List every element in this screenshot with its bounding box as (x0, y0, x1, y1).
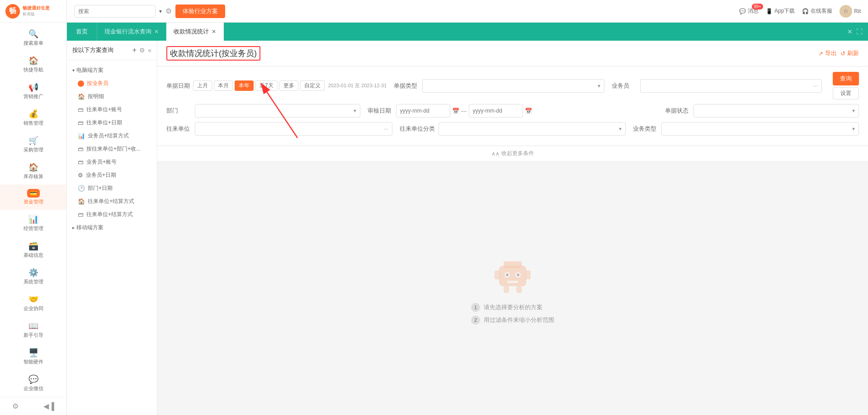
scheme-item-unit-account[interactable]: 🗃 往来单位+账号 (67, 103, 157, 116)
svg-point-5 (506, 274, 509, 276)
online-service-icon: 🎧 (802, 8, 809, 14)
doc-status-dropdown-icon: ▾ (852, 108, 855, 114)
date-btn-more[interactable]: 更多 (279, 80, 298, 91)
sidebar: 畅 畅捷通好生意 标准版 🔍 搜索菜单 🏠 快捷导航 📢 营销推广 💰 销售管理 (0, 0, 67, 415)
search-input[interactable] (74, 5, 156, 18)
tab-receipt-stats-close-icon[interactable]: ✕ (212, 28, 216, 35)
message-item[interactable]: 💬 消息 99+ (739, 7, 759, 15)
sidebar-item-search-menu[interactable]: 🔍 搜索菜单 (0, 24, 66, 51)
sidebar-item-hardware[interactable]: 🖥️ 智能硬件 (0, 343, 66, 370)
refresh-button[interactable]: ↺ 刷新 (840, 49, 859, 57)
sidebar-item-enterprise[interactable]: 🤝 企业协同 (0, 290, 66, 316)
avatar: R (840, 5, 852, 18)
scheme-item-unit-date[interactable]: 🗃 往来单位+日期 (67, 116, 157, 129)
gear-icon[interactable]: ⚙ (165, 7, 172, 15)
counterpart-category-select[interactable]: ▾ (439, 122, 626, 136)
tab-bank-flow-label: 现金银行流水查询 (104, 28, 151, 36)
user-item[interactable]: R Rit (840, 5, 861, 18)
scheme-item-unit-settlement2[interactable]: 🗃 往来单位+结算方式 (67, 208, 157, 221)
scheme-item-salesperson-account[interactable]: 🗃 业务员+账号 (67, 156, 157, 169)
date-btn-7days[interactable]: 近7天 (255, 80, 278, 91)
unit-settlement1-icon: 🏠 (78, 198, 85, 205)
biz-type-field: 业务类型 ▾ (633, 122, 859, 136)
scheme-item-salesperson-settlement[interactable]: 📊 业务员+结算方式 (67, 129, 157, 142)
export-button[interactable]: ↗ 导出 (818, 49, 837, 57)
sidebar-item-sales[interactable]: 💰 销售管理 (0, 104, 66, 131)
step-1-number: 1 (471, 303, 480, 312)
tab-receipt-stats-label: 收款情况统计 (174, 28, 209, 36)
panel-add-icon[interactable]: + (132, 46, 137, 54)
scheme-group-desktop-header[interactable]: ▾ 电脑端方案 (67, 64, 157, 77)
review-date-end-input[interactable] (469, 104, 523, 118)
svg-rect-10 (504, 286, 509, 293)
tab-bank-flow-close-icon[interactable]: ✕ (154, 28, 159, 35)
scheme-group-mobile: ▸ 移动端方案 (67, 221, 157, 234)
sidebar-nav: 🔍 搜索菜单 🏠 快捷导航 📢 营销推广 💰 销售管理 🛒 采购管理 🏠 (0, 23, 66, 397)
doc-status-select[interactable]: ▾ (693, 104, 859, 118)
sidebar-item-guide[interactable]: 📖 新手引导 (0, 316, 66, 343)
unit-account-icon: 🗃 (78, 106, 84, 113)
tab-bank-flow[interactable]: 现金银行流水查询 ✕ (97, 23, 166, 41)
settings-button[interactable]: 设置 (833, 87, 859, 99)
sidebar-item-inventory[interactable]: 🏠 库存核算 (0, 158, 66, 184)
app-download-item[interactable]: 📱 App下载 (766, 7, 795, 15)
scheme-group-mobile-header[interactable]: ▸ 移动端方案 (67, 221, 157, 234)
unit-date-icon: 🗃 (78, 119, 84, 126)
tab-receipt-stats[interactable]: 收款情况统计 ✕ (166, 23, 224, 41)
scheme-item-by-salesperson[interactable]: 按业务员 (67, 77, 157, 90)
counterpart-category-label: 往来单位分类 (400, 125, 435, 133)
marketing-icon: 📢 (28, 82, 38, 92)
scheme-item-unit-dept-receipt[interactable]: 🗃 按往来单位+部门+收... (67, 142, 157, 156)
dropdown-arrow-icon[interactable]: ▾ (159, 8, 162, 14)
scheme-item-by-detail[interactable]: 🏠 按明细 (67, 90, 157, 103)
app-download-label: App下载 (774, 7, 795, 15)
sidebar-item-purchase[interactable]: 🛒 采购管理 (0, 131, 66, 158)
sidebar-footer: ⚙ ◀▐ (0, 397, 66, 415)
user-name: Rit (854, 8, 861, 14)
salesperson-more-icon[interactable]: ··· (813, 83, 818, 89)
svg-point-0 (79, 81, 83, 86)
footer-settings-icon[interactable]: ⚙ (12, 402, 19, 410)
finance-icon: 💳 (27, 189, 40, 198)
date-btn-this-year[interactable]: 本年 (235, 80, 254, 91)
dept-date-icon: 🕐 (78, 185, 85, 192)
sidebar-item-system[interactable]: ⚙️ 系统管理 (0, 263, 66, 290)
desktop-group-label: 电脑端方案 (76, 66, 104, 74)
salesperson-select[interactable]: ··· (640, 79, 822, 93)
scheme-item-dept-date[interactable]: 🕐 部门+日期 (67, 182, 157, 195)
scheme-item-salesperson-date[interactable]: ⚙ 业务员+日期 (67, 169, 157, 182)
review-date-end-cal-icon[interactable]: 📅 (525, 108, 532, 114)
panel-settings-icon[interactable]: ⚙ (139, 47, 145, 54)
sidebar-item-wechat[interactable]: 💬 企业微信 (0, 370, 66, 396)
sidebar-item-marketing[interactable]: 📢 营销推广 (0, 78, 66, 104)
salesperson-settlement-icon: 📊 (78, 132, 85, 139)
date-btn-last-month[interactable]: 上月 (193, 80, 212, 91)
collapse-bar[interactable]: ∧∧ 收起更多条件 (157, 146, 868, 161)
message-badge-count: 99+ (752, 4, 763, 9)
doc-type-select[interactable]: ▾ (422, 79, 604, 93)
tab-home[interactable]: 首页 (67, 23, 97, 41)
review-date-start-cal-icon[interactable]: 📅 (452, 108, 459, 114)
sidebar-item-finance[interactable]: 💳 资金管理 (0, 184, 66, 210)
trial-button[interactable]: 体验行业方案 (175, 5, 225, 18)
online-service-item[interactable]: 🎧 在线客服 (802, 7, 832, 15)
counterpart-more-icon[interactable]: ··· (384, 126, 388, 132)
counterpart-category-field: 往来单位分类 ▾ (400, 122, 626, 136)
review-date-start-input[interactable] (396, 104, 450, 118)
query-button[interactable]: 查询 (833, 72, 859, 85)
maximize-window-icon[interactable]: ⛶ (856, 28, 863, 35)
date-btn-this-month[interactable]: 本月 (214, 80, 233, 91)
biz-type-select[interactable]: ▾ (661, 122, 859, 136)
dept-select[interactable]: ▾ (195, 104, 360, 118)
footer-collapse-icon[interactable]: ◀▐ (43, 402, 54, 410)
counterpart-select[interactable]: ··· (195, 122, 392, 136)
empty-step-2-label: 用过滤条件来缩小分析范围 (484, 316, 554, 324)
scheme-item-unit-settlement1[interactable]: 🏠 往来单位+结算方式 (67, 195, 157, 208)
panel-collapse-icon[interactable]: « (148, 47, 151, 54)
date-btn-custom[interactable]: 自定义 (300, 80, 325, 91)
search-area: 单据日期 上月 本月 本年 近7天 更多 自定义 2023-01-01 至 20… (157, 66, 868, 146)
sidebar-item-operation[interactable]: 📊 经营管理 (0, 210, 66, 236)
close-window-icon[interactable]: ✕ (847, 28, 853, 35)
sidebar-item-basic[interactable]: 🗃️ 基础信息 (0, 236, 66, 263)
sidebar-item-quick-nav[interactable]: 🏠 快捷导航 (0, 51, 66, 78)
